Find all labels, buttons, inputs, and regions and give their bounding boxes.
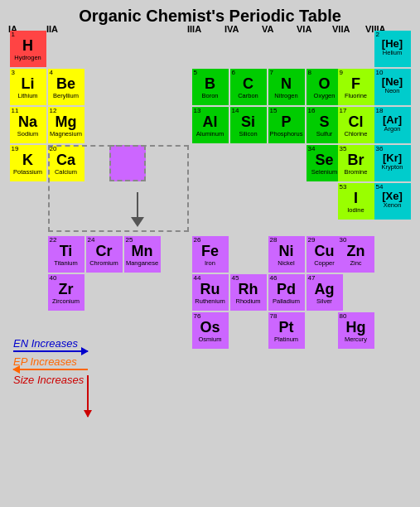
element-Zr: 40 Zr Zirconium [48,274,84,311]
element-Al: 13 Al Aluminum [192,107,229,143]
ep-arrow-head [12,365,20,374]
element-Pd: 46 Pd Palladium [268,274,305,311]
element-Ar: 18 [Ar] Argon [374,107,411,143]
en-arrow-head [81,347,89,355]
element-Zn: 30 Zn Zinc [338,236,374,273]
element-Na: 11 Na Sodium [10,107,46,143]
element-F: 9 F Fluorine [338,69,374,105]
element-Mg: 12 Mg Magnesium [48,107,84,143]
periodic-table-area: IA IIA IIIA IVA VA VIA VIIA VIIIA 1 H Hy… [0,29,420,417]
element-Ni: 28 Ni Nickel [268,236,305,273]
element-Br: 35 Br Bromine [338,145,374,181]
element-Ru: 44 Ru Ruthenium [192,274,229,311]
element-C: 6 C Carbon [230,69,267,105]
element-Xe: 54 [Xe] Xenon [374,183,411,220]
element-P: 15 P Phosphorus [268,107,305,143]
en-legend-label: EN Increases [13,337,415,350]
element-Si: 14 Si Silicon [230,107,267,143]
element-Mn: 25 Mn Manganese [124,236,161,273]
element-Kr: 36 [Kr] Krypton [374,145,411,181]
en-legend-item: EN Increases [13,337,415,352]
element-B: 5 B Boron [192,69,229,105]
ep-arrow-shaft [13,369,88,370]
page-title: Organic Chemist's Periodic Table [0,0,420,29]
dashed-placeholder [109,145,146,181]
element-Cl: 17 Cl Chlorine [338,107,374,143]
en-arrow [13,350,415,352]
element-Ti: 22 Ti Titanium [48,236,84,273]
element-N: 7 N Nitrogen [268,69,305,105]
element-Ag: 47 Ag Silver [307,274,343,311]
en-arrow-shaft [13,350,88,352]
ep-legend-label: EP Increases [13,355,415,368]
element-Fe: 26 Fe Iron [192,236,229,273]
element-Li: 3 Li Lithium [10,69,46,105]
ep-arrow [13,369,415,370]
element-He: 2 [He] Helium [374,31,411,67]
transition-arrow [131,192,144,227]
size-arrow-shaft [87,375,89,417]
size-arrow-head [84,410,92,418]
element-Ca: 20 Ca Calcium [48,145,84,181]
size-legend-label: Size Increases [13,374,84,386]
size-legend-item: Size Increases [13,374,415,417]
grid-container: 1 H Hydrogen 2 [He] Helium 3 Li Lithium … [7,31,414,379]
element-H: 1 H Hydrogen [10,31,46,67]
element-Be: 4 Be Beryllium [48,69,84,105]
legend-area: EN Increases EP Increases Size Increases [5,337,415,417]
element-K: 19 K Potassium [10,145,46,181]
element-Cr: 24 Cr Chromium [86,236,123,273]
element-I: 53 I Iodine [338,183,374,220]
ep-legend-item: EP Increases [13,355,415,370]
element-Ne: 10 [Ne] Neon [374,69,411,105]
size-arrow [87,375,89,417]
element-Rh: 45 Rh Rhodium [230,274,267,311]
